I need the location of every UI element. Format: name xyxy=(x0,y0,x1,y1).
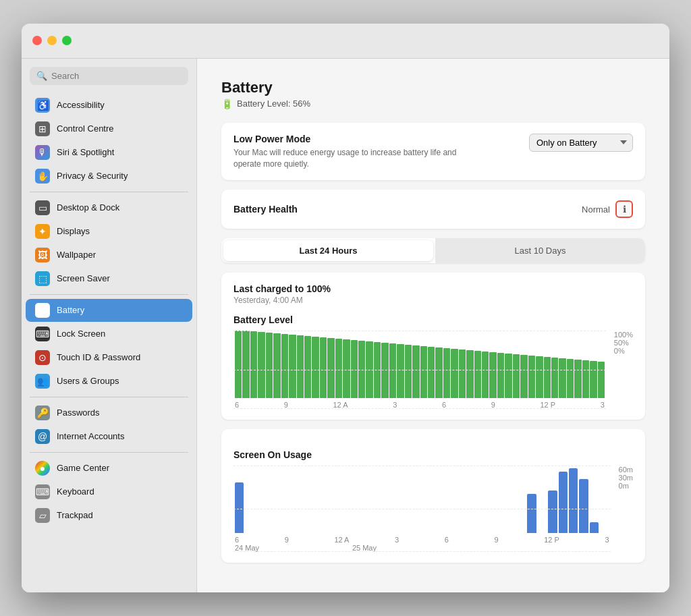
battery-bar xyxy=(528,356,535,398)
wallpaper-icon: 🖼 xyxy=(35,248,50,262)
search-box[interactable]: 🔍 xyxy=(30,67,188,85)
sidebar-label-internet: Internet Accounts xyxy=(57,431,124,441)
battery-level-text: Battery Level: 56% xyxy=(237,99,310,109)
desktop-icon: ▭ xyxy=(35,200,50,215)
battery-health-title: Battery Health xyxy=(233,204,298,215)
battery-health-right: Normal ℹ xyxy=(582,200,633,218)
battery-bar xyxy=(590,361,597,398)
accessibility-icon: ♿ xyxy=(35,98,50,113)
content-area: 🔍 ♿Accessibility⊞Control Centre🎙Siri & S… xyxy=(22,59,669,593)
main-content: Battery 🔋 Battery Level: 56% Low Power M… xyxy=(197,59,669,593)
battery-bar xyxy=(327,338,334,398)
touchid-icon: ⊙ xyxy=(35,350,50,365)
battery-bar xyxy=(258,332,265,398)
battery-chart-section: Last charged to 100% Yesterday, 4:00 AM … xyxy=(221,273,645,420)
battery-level-chart-title: Battery Level xyxy=(233,314,633,325)
battery-bar xyxy=(412,345,419,398)
sidebar-item-gamecenter[interactable]: ●Game Center xyxy=(26,457,192,480)
sidebar-divider-7 xyxy=(30,294,188,295)
battery-bar xyxy=(435,347,442,398)
screen-usage-section: Screen On Usage 6 9 12 A 3 xyxy=(221,429,645,563)
last-charged-subtitle: Yesterday, 4:00 AM xyxy=(233,296,633,305)
control-centre-icon: ⊞ xyxy=(35,121,50,136)
trackpad-icon: ▱ xyxy=(35,508,50,523)
battery-bar xyxy=(351,340,358,398)
sidebar-item-privacy[interactable]: ✋Privacy & Security xyxy=(26,165,192,188)
lockscreen-icon: ⌨ xyxy=(35,327,50,341)
sidebar-item-trackpad[interactable]: ▱Trackpad xyxy=(26,504,192,527)
sidebar-item-desktop[interactable]: ▭Desktop & Dock xyxy=(26,196,192,219)
battery-bar xyxy=(397,344,404,398)
battery-bar xyxy=(513,354,520,398)
fullscreen-button[interactable] xyxy=(62,36,72,45)
sidebar-item-keyboard[interactable]: ⌨Keyboard xyxy=(26,480,192,503)
screensaver-icon: ⬚ xyxy=(35,271,50,286)
battery-bar xyxy=(281,334,288,398)
low-power-select[interactable]: Only on Battery Always Never Only on Low… xyxy=(529,134,633,152)
battery-bar xyxy=(443,348,450,398)
sidebar-label-privacy: Privacy & Security xyxy=(57,171,128,181)
sidebar-item-passwords[interactable]: 🔑Passwords xyxy=(26,401,192,424)
battery-bar xyxy=(559,358,565,398)
battery-bar xyxy=(381,343,388,398)
y-label-60m: 60m xyxy=(619,466,633,474)
usage-x-dates: 24 May 25 May xyxy=(233,544,611,552)
main-window: 🔍 ♿Accessibility⊞Control Centre🎙Siri & S… xyxy=(22,24,669,593)
sidebar-item-internet[interactable]: @Internet Accounts xyxy=(26,425,192,448)
battery-bar xyxy=(505,354,512,398)
screen-usage-chart-wrapper: 6 9 12 A 3 6 9 12 P 3 24 May 25 M xyxy=(233,466,633,552)
sidebar-item-accessibility[interactable]: ♿Accessibility xyxy=(26,94,192,117)
sidebar-item-battery[interactable]: 🔋Battery xyxy=(26,299,192,322)
y-label-0m: 0m xyxy=(619,482,633,490)
low-power-desc: Your Mac will reduce energy usage to inc… xyxy=(233,147,463,170)
battery-bar xyxy=(242,331,249,398)
sidebar-item-control-centre[interactable]: ⊞Control Centre xyxy=(26,117,192,140)
sidebar-label-control-centre: Control Centre xyxy=(57,123,114,134)
info-icon: ℹ xyxy=(623,204,626,215)
battery-bar xyxy=(320,337,327,398)
battery-bar xyxy=(304,336,311,398)
passwords-icon: 🔑 xyxy=(35,405,50,420)
battery-bar xyxy=(567,359,574,398)
battery-bar xyxy=(266,333,273,398)
info-icon-button[interactable]: ℹ xyxy=(615,200,633,218)
battery-bar xyxy=(289,335,296,398)
sidebar-divider-3 xyxy=(30,192,188,192)
battery-y-labels: 100% 50% 0% xyxy=(614,331,633,355)
battery-bar xyxy=(374,342,381,398)
sidebar: 🔍 ♿Accessibility⊞Control Centre🎙Siri & S… xyxy=(22,59,197,593)
usage-bar xyxy=(548,491,557,533)
minimize-button[interactable] xyxy=(47,36,57,45)
page-header: Battery 🔋 Battery Level: 56% xyxy=(221,79,645,109)
battery-bar xyxy=(520,355,527,398)
tab-last10days[interactable]: Last 10 Days xyxy=(435,238,645,263)
close-button[interactable] xyxy=(32,36,42,45)
battery-bar xyxy=(343,339,350,398)
time-tabs: Last 24 Hours Last 10 Days xyxy=(221,238,645,263)
screen-usage-chart-area: 6 9 12 A 3 6 9 12 P 3 24 May 25 M xyxy=(233,466,611,552)
privacy-icon: ✋ xyxy=(35,169,50,184)
battery-bar xyxy=(459,349,466,398)
battery-level-line: 🔋 Battery Level: 56% xyxy=(221,99,645,109)
sidebar-label-gamecenter: Game Center xyxy=(57,463,109,473)
battery-bar xyxy=(489,352,496,398)
sidebar-item-siri[interactable]: 🎙Siri & Spotlight xyxy=(26,141,192,164)
battery-bar xyxy=(335,339,342,398)
sidebar-item-touchid[interactable]: ⊙Touch ID & Password xyxy=(26,346,192,369)
sidebar-label-desktop: Desktop & Dock xyxy=(57,202,119,213)
sidebar-item-wallpaper[interactable]: 🖼Wallpaper xyxy=(26,244,192,267)
sidebar-label-trackpad: Trackpad xyxy=(57,510,93,520)
last-charged-title: Last charged to 100% xyxy=(233,283,633,294)
internet-icon: @ xyxy=(35,429,50,444)
sidebar-item-users[interactable]: 👥Users & Groups xyxy=(26,370,192,393)
battery-bars xyxy=(233,331,606,398)
sidebar-item-screensaver[interactable]: ⬚Screen Saver xyxy=(26,267,192,290)
battery-bar xyxy=(389,343,396,398)
sidebar-item-displays[interactable]: ✦Displays xyxy=(26,220,192,243)
tab-last24h[interactable]: Last 24 Hours xyxy=(223,240,433,261)
battery-health-row: Battery Health Normal ℹ xyxy=(233,200,633,218)
battery-bar xyxy=(482,352,489,398)
search-input[interactable] xyxy=(51,71,182,81)
sidebar-item-lockscreen[interactable]: ⌨Lock Screen xyxy=(26,323,192,345)
battery-health-status: Normal xyxy=(582,204,610,215)
